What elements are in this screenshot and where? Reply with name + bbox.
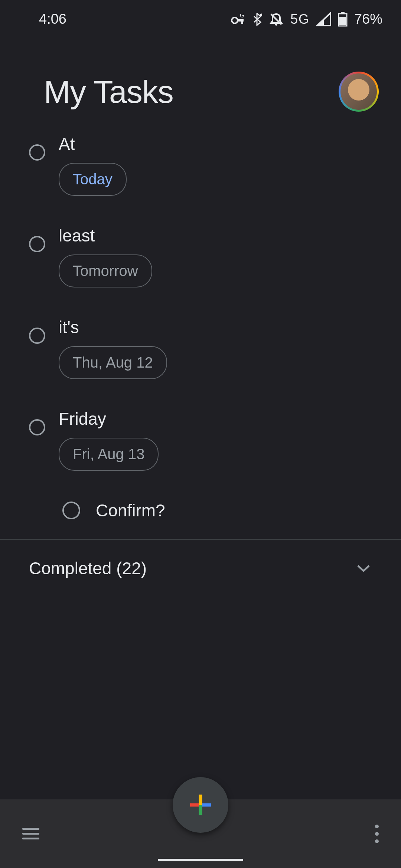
- bluetooth-icon: [252, 12, 262, 27]
- cellular-label: 5G: [290, 11, 310, 27]
- svg-point-4: [261, 14, 262, 16]
- completed-section[interactable]: Completed (22): [0, 540, 401, 597]
- status-bar: 4:06 G 5G 76%: [0, 0, 401, 34]
- task-date-chip[interactable]: Thu, Aug 12: [59, 346, 167, 379]
- svg-point-6: [275, 23, 277, 26]
- status-icons: G 5G 76%: [231, 11, 382, 27]
- task-checkbox[interactable]: [29, 144, 45, 161]
- task-title: Friday: [59, 409, 382, 429]
- task-content: At Today: [59, 134, 382, 196]
- svg-text:G: G: [240, 14, 244, 19]
- battery-icon: [338, 12, 348, 27]
- subtask-item[interactable]: Confirm?: [29, 500, 382, 520]
- task-date-chip[interactable]: Fri, Aug 13: [59, 438, 159, 471]
- task-item[interactable]: it's Thu, Aug 12: [29, 317, 382, 379]
- svg-rect-9: [339, 17, 346, 25]
- plus-icon: [190, 795, 211, 815]
- task-content: it's Thu, Aug 12: [59, 317, 382, 379]
- signal-icon: [316, 12, 331, 26]
- dnd-icon: [269, 12, 284, 27]
- task-item[interactable]: Friday Fri, Aug 13: [29, 409, 382, 471]
- page-title: My Tasks: [44, 73, 173, 110]
- nav-handle[interactable]: [158, 859, 243, 861]
- svg-point-0: [232, 17, 238, 23]
- more-options-button[interactable]: [368, 817, 386, 851]
- task-checkbox[interactable]: [29, 236, 45, 252]
- task-content: Friday Fri, Aug 13: [59, 409, 382, 471]
- vpn-key-icon: G: [231, 14, 245, 25]
- task-checkbox[interactable]: [29, 419, 45, 435]
- header: My Tasks: [0, 34, 401, 134]
- subtask-title: Confirm?: [96, 500, 165, 520]
- completed-label: Completed (22): [29, 558, 147, 578]
- task-title: At: [59, 134, 382, 154]
- status-time: 4:06: [39, 11, 66, 27]
- subtask-checkbox[interactable]: [62, 502, 80, 519]
- battery-percent: 76%: [354, 11, 382, 27]
- task-list: At Today least Tomorrow it's Thu, Aug 12…: [0, 134, 401, 520]
- avatar[interactable]: [339, 72, 379, 112]
- task-title: least: [59, 226, 382, 246]
- task-date-chip[interactable]: Tomorrow: [59, 254, 152, 287]
- svg-rect-2: [241, 19, 243, 24]
- chevron-down-icon: [356, 560, 371, 576]
- task-content: least Tomorrow: [59, 226, 382, 287]
- task-date-chip[interactable]: Today: [59, 163, 127, 196]
- menu-button[interactable]: [15, 821, 47, 847]
- task-item[interactable]: At Today: [29, 134, 382, 196]
- task-item[interactable]: least Tomorrow: [29, 226, 382, 287]
- add-task-fab[interactable]: [173, 777, 228, 833]
- task-checkbox[interactable]: [29, 328, 45, 344]
- task-title: it's: [59, 317, 382, 337]
